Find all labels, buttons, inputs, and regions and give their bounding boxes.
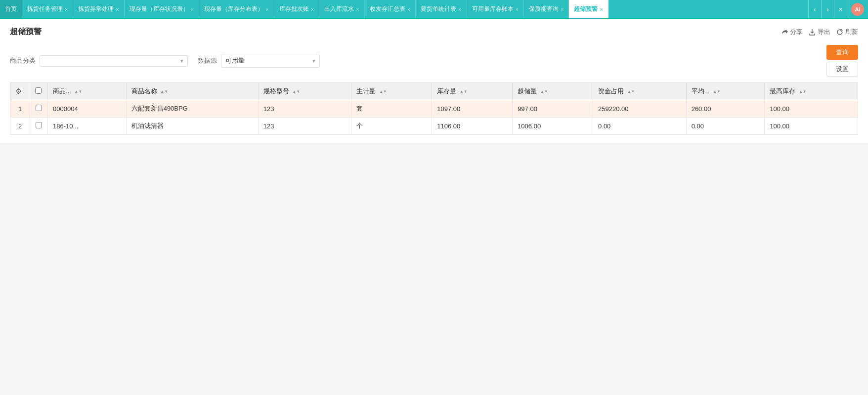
row-max-stock: 100.00	[765, 100, 858, 118]
col-header-gear: ⚙	[10, 83, 30, 100]
refresh-icon	[836, 29, 843, 36]
nav-tab-usable-label: 可用量库存账本	[472, 5, 514, 13]
share-icon	[781, 29, 788, 36]
sort-icon-code: ▲▼	[74, 90, 82, 94]
close-icon-flow[interactable]: ×	[356, 6, 359, 12]
datasource-filter: 数据源 可用量 ▾	[198, 54, 320, 68]
row-stock: 1106.00	[432, 118, 513, 135]
col-header-stock[interactable]: 库存量 ▲▼	[432, 83, 513, 100]
nav-tab-home-label: 首页	[5, 5, 17, 13]
nav-tab-home[interactable]: 首页	[0, 0, 22, 18]
sort-icon-avg: ▲▼	[713, 90, 721, 94]
page-content: 超储预警 分享 导出 刷新 商品	[0, 19, 868, 143]
select-all-checkbox[interactable]	[35, 87, 42, 94]
nav-tab-stock-status[interactable]: 现存量（库存状况表） ×	[125, 0, 199, 18]
nav-tab-task[interactable]: 拣货任务管理 ×	[22, 0, 73, 18]
nav-tab-exception[interactable]: 拣货异常处理 ×	[73, 0, 124, 18]
header-actions: 分享 导出 刷新	[781, 28, 858, 37]
row-overflow: 1006.00	[513, 118, 593, 135]
chevron-down-icon-category: ▾	[180, 58, 183, 64]
close-icon-usable[interactable]: ×	[516, 6, 519, 12]
query-button[interactable]: 查询	[826, 45, 858, 60]
nav-tab-expiry[interactable]: 保质期查询 ×	[524, 0, 569, 18]
close-icon-stock-status[interactable]: ×	[191, 6, 194, 12]
top-navigation: 首页 拣货任务管理 × 拣货异常处理 × 现存量（库存状况表） × 现存量（库存…	[0, 0, 868, 19]
nav-tab-flow[interactable]: 出入库流水 ×	[319, 0, 364, 18]
filter-row: 商品分类 ▾ 数据源 可用量 ▾ 查询 设置	[10, 45, 858, 77]
nav-arrow-right[interactable]: ›	[821, 0, 834, 18]
category-label: 商品分类	[10, 56, 36, 65]
table-row: 2 186-10... 机油滤清器 123 个 1106.00 1006.00 …	[10, 118, 858, 135]
col-header-capital[interactable]: 资金占用 ▲▼	[593, 83, 687, 100]
close-icon-reqstat[interactable]: ×	[458, 6, 461, 12]
gear-icon[interactable]: ⚙	[15, 87, 22, 95]
datasource-select[interactable]: 可用量 ▾	[221, 54, 320, 68]
nav-arrows: ‹ › × Ai	[808, 0, 868, 18]
nav-tab-usable[interactable]: 可用量库存账本 ×	[467, 0, 524, 18]
table-row: 1 0000004 六配套新昌490BPG 123 套 1097.00 997.…	[10, 100, 858, 118]
refresh-label: 刷新	[845, 28, 858, 37]
nav-tab-stock-status-label: 现存量（库存状况表）	[130, 5, 189, 13]
chevron-down-icon-datasource: ▾	[312, 58, 315, 64]
row-stock: 1097.00	[432, 100, 513, 118]
close-icon-exception[interactable]: ×	[116, 6, 119, 12]
col-header-unit[interactable]: 主计量 ▲▼	[351, 83, 432, 100]
close-icon-overflow[interactable]: ×	[600, 6, 603, 12]
nav-arrow-close[interactable]: ×	[834, 0, 847, 18]
nav-tab-reqstat-label: 要货单统计表	[421, 5, 456, 13]
close-icon-expiry[interactable]: ×	[561, 6, 564, 12]
row-product-code: 0000004	[48, 100, 127, 118]
row-spec: 123	[258, 118, 351, 135]
close-icon-stock-dist[interactable]: ×	[265, 6, 268, 12]
data-table: ⚙ 商品... ▲▼ 商品名称 ▲▼ 规格型号 ▲▼ 主计	[10, 82, 858, 135]
nav-tab-expiry-label: 保质期查询	[529, 5, 559, 13]
close-icon-task[interactable]: ×	[65, 6, 68, 12]
table-body: 1 0000004 六配套新昌490BPG 123 套 1097.00 997.…	[10, 100, 858, 135]
row-unit: 套	[351, 100, 432, 118]
col-header-code[interactable]: 商品... ▲▼	[48, 83, 127, 100]
row-capital: 259220.00	[593, 100, 687, 118]
row-overflow: 997.00	[513, 100, 593, 118]
export-label: 导出	[818, 28, 830, 37]
nav-tab-stock-dist[interactable]: 现存量（库存分布表） ×	[199, 0, 274, 18]
category-select[interactable]: ▾	[40, 55, 188, 67]
nav-tab-summary[interactable]: 收发存汇总表 ×	[365, 0, 416, 18]
close-icon-summary[interactable]: ×	[407, 6, 410, 12]
datasource-value: 可用量	[225, 56, 245, 65]
row-checkbox[interactable]	[36, 122, 42, 128]
nav-tab-batch[interactable]: 库存批次账 ×	[274, 0, 319, 18]
sort-icon-stock: ▲▼	[460, 90, 468, 94]
user-avatar[interactable]: Ai	[851, 3, 864, 16]
category-filter: 商品分类 ▾	[10, 55, 188, 67]
sort-icon-max: ▲▼	[799, 90, 807, 94]
col-header-avg[interactable]: 平均... ▲▼	[686, 83, 765, 100]
nav-arrow-left[interactable]: ‹	[808, 0, 821, 18]
share-button[interactable]: 分享	[781, 28, 803, 37]
col-header-max[interactable]: 最高库存 ▲▼	[765, 83, 858, 100]
refresh-button[interactable]: 刷新	[836, 28, 858, 37]
nav-tab-overflow-alert[interactable]: 超储预警 ×	[569, 0, 608, 18]
row-product-code: 186-10...	[48, 118, 127, 135]
page-header: 超储预警 分享 导出 刷新	[10, 27, 858, 37]
share-label: 分享	[790, 28, 803, 37]
row-checkbox-cell	[30, 118, 48, 135]
col-header-check	[30, 83, 48, 100]
nav-tab-exception-label: 拣货异常处理	[78, 5, 114, 13]
col-header-overflow[interactable]: 超储量 ▲▼	[513, 83, 593, 100]
row-index: 2	[10, 118, 30, 135]
nav-tab-summary-label: 收发存汇总表	[370, 5, 405, 13]
nav-tab-reqstat[interactable]: 要货单统计表 ×	[416, 0, 467, 18]
close-icon-batch[interactable]: ×	[311, 6, 314, 12]
row-index: 1	[10, 100, 30, 118]
col-header-spec[interactable]: 规格型号 ▲▼	[258, 83, 351, 100]
table-header: ⚙ 商品... ▲▼ 商品名称 ▲▼ 规格型号 ▲▼ 主计	[10, 83, 858, 100]
row-product-name: 机油滤清器	[126, 118, 258, 135]
sort-icon-name: ▲▼	[160, 90, 168, 94]
settings-button[interactable]: 设置	[826, 62, 858, 77]
export-icon	[809, 29, 816, 36]
row-avg: 0.00	[686, 118, 765, 135]
export-button[interactable]: 导出	[809, 28, 830, 37]
sort-icon-unit: ▲▼	[379, 90, 387, 94]
col-header-name[interactable]: 商品名称 ▲▼	[126, 83, 258, 100]
row-checkbox[interactable]	[36, 105, 42, 111]
